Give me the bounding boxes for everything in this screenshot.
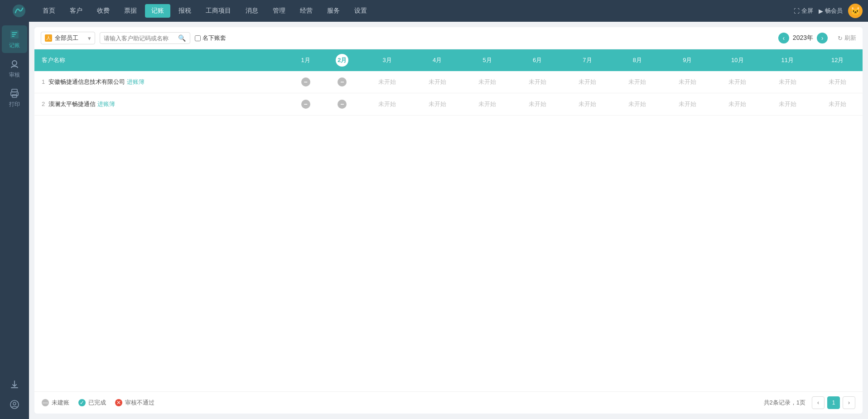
nav-invoice[interactable]: 票据 xyxy=(118,4,143,18)
svg-rect-6 xyxy=(12,89,17,92)
current-month-badge: 2月 xyxy=(336,54,348,67)
nav-fee[interactable]: 收费 xyxy=(91,4,116,18)
bookkeeping-icon xyxy=(9,29,20,40)
legend-rejected-label: 审核不通过 xyxy=(125,399,154,407)
legend-not-started: — 未建账 xyxy=(42,399,69,407)
month-cell: 未开始 xyxy=(412,93,462,116)
col-mar: 3月 xyxy=(362,49,412,71)
status-not-started-text: 未开始 xyxy=(628,78,646,85)
col-client-name: 客户名称 xyxy=(34,49,289,71)
month-cell: 未开始 xyxy=(713,93,762,116)
month-cell: 未开始 xyxy=(362,93,412,116)
svg-point-5 xyxy=(12,61,17,65)
table-row: 1安徽畅捷通信息技术有限公司 进账簿−−未开始未开始未开始未开始未开始未开始未开… xyxy=(34,71,863,93)
status-not-started-text: 未开始 xyxy=(829,78,846,85)
month-cell: 未开始 xyxy=(813,71,863,93)
svg-point-9 xyxy=(16,93,17,94)
status-not-booked-icon: − xyxy=(338,77,347,87)
status-not-started-text: 未开始 xyxy=(579,101,596,107)
year-display: 2023年 xyxy=(793,34,813,42)
mine-checkbox[interactable] xyxy=(195,35,201,41)
status-not-booked-icon: − xyxy=(338,100,347,109)
search-input-wrap: 🔍 xyxy=(100,32,190,44)
nav-tax[interactable]: 报税 xyxy=(172,4,198,18)
status-not-started-text: 未开始 xyxy=(628,101,646,107)
month-cell: 未开始 xyxy=(662,71,712,93)
status-not-started-text: 未开始 xyxy=(579,78,596,85)
month-cell: − xyxy=(322,93,362,116)
nav-client[interactable]: 客户 xyxy=(63,4,89,18)
nav-home[interactable]: 首页 xyxy=(36,4,62,18)
nav-business[interactable]: 工商项目 xyxy=(199,4,237,18)
page-1-button[interactable]: 1 xyxy=(827,396,840,409)
fullscreen-button[interactable]: ⛶ 全屏 xyxy=(794,7,813,15)
month-cell: 未开始 xyxy=(762,71,812,93)
search-input[interactable] xyxy=(104,35,176,42)
month-cell: 未开始 xyxy=(512,71,562,93)
user-circle-icon xyxy=(9,399,20,410)
col-dec: 12月 xyxy=(813,49,863,71)
fullscreen-icon: ⛶ xyxy=(794,8,800,14)
content-area: 人 全部员工 ▾ 🔍 名下账套 ‹ 2023年 › xyxy=(29,22,868,419)
status-not-started-text: 未开始 xyxy=(478,78,496,85)
legend-rejected-icon: ✕ xyxy=(115,399,122,406)
member-icon: ▶ xyxy=(819,8,823,14)
sidebar-bookkeeping-label: 记账 xyxy=(9,42,20,49)
status-not-started-text: 未开始 xyxy=(478,101,496,107)
legend-completed: ✓ 已完成 xyxy=(78,399,106,407)
employee-select-label: 全部员工 xyxy=(55,34,78,42)
legend-completed-label: 已完成 xyxy=(88,399,106,407)
sidebar-item-user[interactable] xyxy=(2,395,27,414)
status-not-started-text: 未开始 xyxy=(779,101,796,107)
nav-operation[interactable]: 经营 xyxy=(294,4,319,18)
month-cell: 未开始 xyxy=(412,71,462,93)
nav-items: 首页 客户 收费 票据 记账 报税 工商项目 消息 管理 经营 服务 设置 xyxy=(36,4,794,18)
sidebar: 记账 审核 打印 xyxy=(0,22,29,419)
status-not-started-text: 未开始 xyxy=(529,101,546,107)
row-number: 1 xyxy=(42,78,45,85)
month-cell: 未开始 xyxy=(462,93,512,116)
sidebar-item-download[interactable] xyxy=(2,376,27,394)
enter-ledger-link[interactable]: 进账簿 xyxy=(97,101,115,107)
nav-bookkeeping[interactable]: 记账 xyxy=(145,4,170,18)
legend-not-started-label: 未建账 xyxy=(52,399,69,407)
refresh-button[interactable]: ↻ 刷新 xyxy=(838,34,856,42)
nav-manage[interactable]: 管理 xyxy=(266,4,292,18)
refresh-label: 刷新 xyxy=(844,34,856,42)
client-name: 漠澜太平畅捷通信 xyxy=(48,101,96,107)
pagination: 共2条记录，1页 ‹ 1 › xyxy=(764,396,855,409)
col-oct: 10月 xyxy=(713,49,762,71)
avatar[interactable]: 🐱 xyxy=(848,4,863,18)
svg-rect-3 xyxy=(12,34,16,35)
enter-ledger-link[interactable]: 进账簿 xyxy=(127,78,145,85)
prev-page-button[interactable]: ‹ xyxy=(812,396,825,409)
status-not-started-text: 未开始 xyxy=(728,78,746,85)
next-year-button[interactable]: › xyxy=(817,33,828,43)
employee-select[interactable]: 人 全部员工 ▾ xyxy=(41,32,95,44)
status-not-started-text: 未开始 xyxy=(679,78,696,85)
col-nov: 11月 xyxy=(762,49,812,71)
sidebar-item-bookkeeping[interactable]: 记账 xyxy=(2,25,27,53)
nav-service[interactable]: 服务 xyxy=(321,4,346,18)
nav-message[interactable]: 消息 xyxy=(239,4,265,18)
sidebar-item-print[interactable]: 打印 xyxy=(2,84,27,112)
legend-completed-icon: ✓ xyxy=(78,399,86,406)
nav-right: ⛶ 全屏 ▶ 畅会员 🐱 xyxy=(794,4,863,18)
table-header-row: 客户名称 1月 2月 3月 4月 5月 6月 7月 8月 9月 10月 11月 xyxy=(34,49,863,71)
sidebar-bottom xyxy=(2,376,27,415)
month-cell: 未开始 xyxy=(713,71,762,93)
fullscreen-label: 全屏 xyxy=(801,7,813,15)
nav-settings[interactable]: 设置 xyxy=(348,4,373,18)
sidebar-item-review[interactable]: 审核 xyxy=(2,55,27,82)
month-cell: 未开始 xyxy=(362,71,412,93)
mine-checkbox-wrap[interactable]: 名下账套 xyxy=(195,34,226,42)
col-jul: 7月 xyxy=(562,49,612,71)
prev-year-button[interactable]: ‹ xyxy=(778,33,789,43)
month-cell: 未开始 xyxy=(762,93,812,116)
mine-checkbox-label: 名下账套 xyxy=(203,34,226,42)
member-button[interactable]: ▶ 畅会员 xyxy=(819,7,843,15)
logo xyxy=(5,4,33,18)
next-page-button[interactable]: › xyxy=(843,396,855,409)
main-layout: 记账 审核 打印 xyxy=(0,22,868,419)
search-icon[interactable]: 🔍 xyxy=(178,34,186,42)
